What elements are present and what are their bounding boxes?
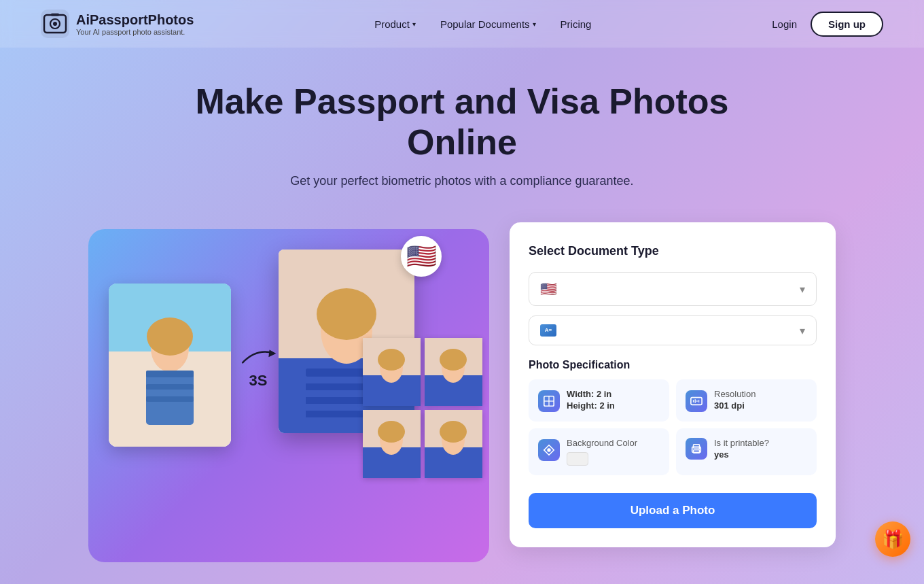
logo-title: AiPassportPhotos xyxy=(76,12,194,28)
gift-button[interactable]: 🎁 xyxy=(875,521,910,557)
gift-icon: 🎁 xyxy=(882,529,904,550)
svg-rect-10 xyxy=(146,371,194,377)
navbar: AiPassportPhotos Your AI passport photo … xyxy=(0,0,924,48)
logo-icon xyxy=(41,10,69,38)
form-title: Select Document Type xyxy=(529,244,817,258)
form-card: Select Document Type 🇺🇸 ▾ A= ▾ Photo Spe… xyxy=(510,222,836,547)
flag-icon: 🇺🇸 xyxy=(540,281,557,297)
nav-links: Product ▾ Popular Documents ▾ Pricing xyxy=(374,18,591,30)
chevron-down-icon: ▾ xyxy=(800,324,805,337)
svg-point-51 xyxy=(698,448,700,449)
svg-point-34 xyxy=(378,421,405,443)
document-select-wrapper: A= ▾ xyxy=(529,315,817,345)
svg-rect-50 xyxy=(694,449,700,453)
svg-point-17 xyxy=(317,288,376,340)
svg-point-30 xyxy=(440,349,467,371)
illustration-card: 3S 🇺🇸 xyxy=(88,229,489,562)
arrow-icon xyxy=(236,339,281,370)
before-photo-inner xyxy=(109,284,231,447)
svg-rect-42 xyxy=(691,397,702,405)
before-photo-svg xyxy=(109,284,231,447)
spec-title: Photo Specification xyxy=(529,359,817,371)
color-swatch[interactable] xyxy=(567,452,588,466)
login-button[interactable]: Login xyxy=(772,18,797,30)
hero-subtitle: Get your perfect biometric photos with a… xyxy=(14,174,910,188)
spec-bgcolor-text: Background Color xyxy=(567,438,637,466)
spec-resolution-label: Resolution xyxy=(714,389,756,399)
svg-point-26 xyxy=(378,349,405,371)
svg-rect-4 xyxy=(51,13,59,16)
nav-popular-documents[interactable]: Popular Documents ▾ xyxy=(440,18,536,30)
spec-resolution-text: Resolution 301 dpi xyxy=(714,389,756,411)
document-select[interactable]: A= ▾ xyxy=(529,315,817,345)
nav-actions: Login Sign up xyxy=(772,12,883,37)
signup-button[interactable]: Sign up xyxy=(811,12,883,37)
spec-grid-top: Width: 2 in Height: 2 in Resolution xyxy=(529,379,817,422)
spec-card-bgcolor: Background Color xyxy=(529,428,669,475)
svg-rect-11 xyxy=(146,384,194,390)
svg-point-8 xyxy=(147,317,193,356)
spec-grid-bottom: Background Color Is it printable? yes xyxy=(529,428,817,475)
spec-dimensions-text: Width: 2 in Height: 2 in xyxy=(567,389,615,411)
svg-point-3 xyxy=(53,22,57,26)
dimensions-icon xyxy=(538,390,560,412)
bgcolor-icon xyxy=(538,439,560,461)
upload-button[interactable]: Upload a Photo xyxy=(529,493,817,528)
hero-section: Make Passport and Visa Photos Online Get… xyxy=(0,48,924,202)
grid-photo-3 xyxy=(363,410,421,478)
svg-point-47 xyxy=(547,448,550,451)
grid-photo-svg-4 xyxy=(425,410,482,478)
svg-point-38 xyxy=(440,421,467,443)
spec-resolution-value: 301 dpi xyxy=(714,400,756,411)
spec-height: Height: 2 in xyxy=(567,400,615,411)
grid-photo-4 xyxy=(425,410,482,478)
spec-printable-value: yes xyxy=(714,449,769,460)
country-select-wrapper: 🇺🇸 ▾ xyxy=(529,272,817,306)
grid-photos xyxy=(363,338,482,478)
arrow-area: 3S xyxy=(238,345,279,390)
logo[interactable]: AiPassportPhotos Your AI passport photo … xyxy=(41,10,194,38)
spec-printable-text: Is it printable? yes xyxy=(714,438,769,460)
hero-title: Make Passport and Visa Photos Online xyxy=(156,82,768,163)
grid-photo-1 xyxy=(363,338,421,406)
spec-card-printable: Is it printable? yes xyxy=(676,428,817,475)
logo-text: AiPassportPhotos Your AI passport photo … xyxy=(76,12,194,36)
chevron-down-icon: ▾ xyxy=(800,282,805,295)
print-icon xyxy=(686,438,707,460)
main-content: 3S 🇺🇸 xyxy=(0,202,924,562)
spec-bgcolor-label: Background Color xyxy=(567,438,637,448)
spec-card-dimensions: Width: 2 in Height: 2 in xyxy=(529,379,669,422)
country-select[interactable]: 🇺🇸 ▾ xyxy=(529,272,817,306)
grid-photo-svg-3 xyxy=(363,410,421,478)
spec-card-resolution: Resolution 301 dpi xyxy=(676,379,817,422)
logo-subtitle: Your AI passport photo assistant. xyxy=(76,28,194,36)
grid-photo-2 xyxy=(425,338,482,406)
flag-circle: 🇺🇸 xyxy=(401,236,442,277)
svg-rect-49 xyxy=(694,444,700,447)
nav-pricing[interactable]: Pricing xyxy=(561,18,592,30)
photo-illustration: 3S 🇺🇸 xyxy=(88,222,510,562)
document-icon: A= xyxy=(540,324,556,337)
nav-product[interactable]: Product ▾ xyxy=(374,18,416,30)
spec-printable-label: Is it printable? xyxy=(714,438,769,448)
before-photo-card xyxy=(109,284,231,447)
grid-photo-svg-1 xyxy=(363,338,421,406)
grid-photo-svg-2 xyxy=(425,338,482,406)
chevron-down-icon: ▾ xyxy=(533,20,536,28)
spec-width: Width: 2 in xyxy=(567,389,615,399)
chevron-down-icon: ▾ xyxy=(412,20,416,28)
three-s-label: 3S xyxy=(249,372,268,390)
resolution-icon xyxy=(686,390,707,412)
svg-rect-12 xyxy=(146,396,194,402)
